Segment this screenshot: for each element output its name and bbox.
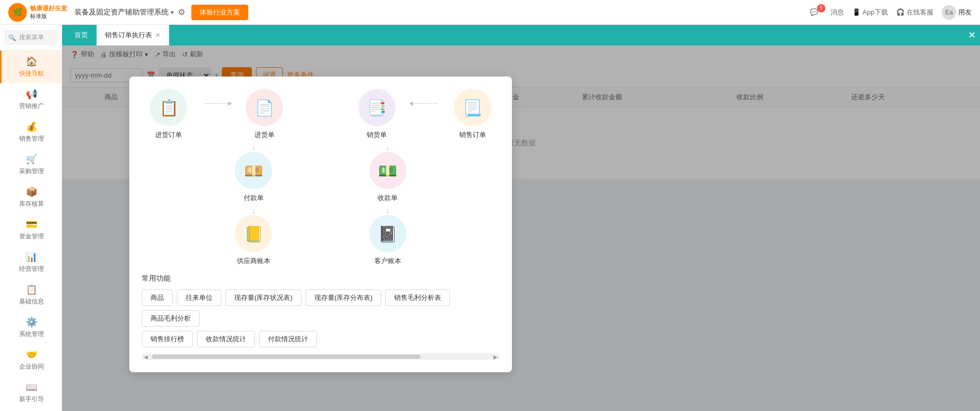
payment-icon: 💴 (244, 162, 263, 180)
settings-btn[interactable]: ⚙ (178, 7, 185, 17)
func-btn-partner[interactable]: 往来单位 (177, 290, 221, 306)
func-btn-sales-rank[interactable]: 销售排行榜 (142, 331, 193, 347)
sales-order-icon: 📃 (463, 99, 482, 117)
search-menu-btn[interactable]: 🔍 搜索菜单 (4, 30, 57, 45)
sidebar-item-inventory[interactable]: 📦 库存核算 (0, 181, 62, 214)
arrow-salesorder-to-salesbill: ◀ (412, 103, 437, 104)
sales-bill-label: 销货单 (367, 130, 387, 140)
func-btn-product[interactable]: 商品 (142, 290, 173, 306)
tab-bar: 首页 销售订单执行表 ✕ ✕ (62, 25, 980, 45)
flow-node-sales-order[interactable]: 📃 销售订单 (454, 89, 491, 140)
sidebar-item-sales[interactable]: 💰 销售管理 (0, 116, 62, 148)
flow-node-supplier-ledger[interactable]: 📒 供应商账本 (235, 215, 272, 266)
flow-node-sales-bill[interactable]: 📑 销货单 (358, 89, 396, 140)
arrow-down-purchasebill: ↓ (252, 144, 255, 152)
collab-icon: 🤝 (26, 349, 37, 360)
flow-node-payment[interactable]: 💴 付款单 (235, 152, 272, 203)
sidebar-item-basic-info[interactable]: 📋 基础信息 (0, 279, 62, 311)
guide-icon: 📖 (26, 382, 37, 393)
avatar: Ea (942, 5, 956, 20)
flow-row-3: ↓ 📒 供应商账本 ↓ (142, 207, 500, 266)
sales-bill-icon: 📑 (367, 99, 386, 117)
experience-btn[interactable]: 体验行业方案 (191, 5, 248, 20)
online-service-btn[interactable]: 🎧 在线客服 (896, 8, 933, 17)
operations-icon: 📊 (26, 251, 37, 263)
system-dropdown-btn[interactable]: ▾ (171, 9, 174, 16)
sales-bill-circle: 📑 (358, 89, 396, 126)
window-close-btn[interactable]: ✕ (968, 29, 976, 41)
sidebar-item-guide[interactable]: 📖 新手引导 (0, 376, 62, 409)
flow-row-2: ↓ 💴 付款单 ↓ (142, 144, 500, 203)
sidebar-nav: 🏠 快捷导航 📢 营销推广 💰 销售管理 🛒 采购管理 📦 库存核算 💳 (0, 51, 62, 411)
func-btn-stock-status[interactable]: 现存量(库存状况表) (225, 290, 301, 306)
flow-node-customer-ledger[interactable]: 📓 客户账本 (369, 215, 406, 266)
payment-label: 付款单 (244, 193, 264, 203)
modal-scrollbar[interactable]: ◀ ▶ (142, 354, 500, 360)
user-name: 用友 (958, 8, 972, 17)
func-buttons-row2: 销售排行榜 收款情况统计 付款情况统计 (142, 331, 500, 347)
tab-close-btn[interactable]: ✕ (155, 32, 160, 39)
content-area: 首页 销售订单执行表 ✕ ✕ ❓ 帮助 🖨 按模板打印 ▾ (62, 25, 980, 411)
top-header: 🌿 畅康通好生意 标准版 装备及固定资产辅助管理系统 ▾ ⚙ 体验行业方案 💬 … (0, 0, 980, 25)
purchase-bill-circle: 📄 (246, 89, 283, 126)
message-btn[interactable]: 💬 5 消息 (810, 8, 844, 17)
common-functions-section: 常用功能 商品 往来单位 现存量(库存状况表) 现存量(库存分布表) 销售毛利分… (142, 274, 500, 347)
purchase-order-label: 进货订单 (155, 130, 182, 140)
system-title: 装备及固定资产辅助管理系统 (74, 8, 169, 17)
func-btn-product-margin[interactable]: 商品毛利分析 (142, 310, 200, 327)
purchase-order-circle: 📋 (150, 89, 187, 126)
headset-icon: 🎧 (896, 8, 904, 16)
row2-col2: ↓ 💴 付款单 (235, 144, 272, 203)
receipt-label: 收款单 (378, 193, 398, 203)
flow-node-receipt[interactable]: 💵 收款单 (369, 152, 406, 203)
arrow-down-salesbill: ↓ (386, 144, 389, 152)
row2-col4: ↓ 💵 收款单 (369, 144, 406, 203)
customer-ledger-circle: 📓 (369, 215, 406, 252)
customer-ledger-label: 客户账本 (374, 256, 401, 266)
header-right: 💬 5 消息 📱 App下载 🎧 在线客服 Ea 用友 (810, 5, 972, 20)
row3-col4: ↓ 📓 客户账本 (369, 207, 406, 266)
payment-circle: 💴 (235, 152, 272, 189)
sidebar-item-purchase[interactable]: 🛒 采购管理 (0, 148, 62, 181)
arrow-down-payment: ↓ (252, 207, 255, 215)
sidebar-item-operations[interactable]: 📊 经营管理 (0, 246, 62, 279)
func-btn-sales-margin[interactable]: 销售毛利分析表 (385, 290, 450, 306)
func-btn-receipt-stats[interactable]: 收款情况统计 (197, 331, 255, 347)
arrow-down-receipt: ↓ (386, 207, 389, 215)
purchase-order-icon: 📋 (159, 99, 178, 117)
logo-area: 🌿 畅康通好生意 标准版 (8, 3, 70, 22)
modal-box: 📋 进货订单 ▶ 📄 (129, 77, 512, 372)
sidebar-item-marketing[interactable]: 📢 营销推广 (0, 83, 62, 116)
search-icon: 🔍 (8, 34, 16, 41)
purchase-icon: 🛒 (26, 154, 37, 165)
sidebar-item-finance[interactable]: 💳 资金管理 (0, 214, 62, 246)
sidebar-item-collab[interactable]: 🤝 企业协同 (0, 344, 62, 376)
func-btn-stock-dist[interactable]: 现存量(库存分布表) (306, 290, 382, 306)
modal-overlay: 📋 进货订单 ▶ 📄 (62, 45, 980, 411)
purchase-bill-label: 进货单 (254, 130, 275, 140)
sales-icon: 💰 (26, 121, 37, 132)
func-btn-payment-stats[interactable]: 付款情况统计 (259, 331, 317, 347)
main-layout: 🔍 搜索菜单 🏠 快捷导航 📢 营销推广 💰 销售管理 🛒 采购管理 (0, 25, 980, 411)
scroll-right-btn[interactable]: ▶ (491, 354, 500, 360)
message-badge: 5 (817, 4, 825, 12)
tab-home[interactable]: 首页 (66, 25, 97, 45)
row3-col2: ↓ 📒 供应商账本 (235, 207, 272, 266)
scroll-left-btn[interactable]: ◀ (142, 354, 150, 360)
user-area[interactable]: Ea 用友 (942, 5, 972, 20)
sidebar-item-system[interactable]: ⚙️ 系统管理 (0, 311, 62, 344)
tab-sales-order[interactable]: 销售订单执行表 ✕ (97, 25, 169, 45)
logo-text: 畅康通好生意 标准版 (30, 5, 67, 20)
customer-ledger-icon: 📓 (378, 225, 397, 243)
supplier-ledger-icon: 📒 (244, 225, 263, 243)
common-func-title: 常用功能 (142, 274, 500, 283)
flow-node-purchase-order[interactable]: 📋 进货订单 (150, 89, 187, 140)
arrow-purchase-to-purchasebill: ▶ (204, 103, 229, 104)
sidebar-item-quick-nav[interactable]: 🏠 快捷导航 (0, 51, 62, 83)
basic-info-icon: 📋 (26, 284, 37, 295)
sidebar: 🔍 搜索菜单 🏠 快捷导航 📢 营销推广 💰 销售管理 🛒 采购管理 (0, 25, 62, 411)
app-download-btn[interactable]: 📱 App下载 (852, 8, 888, 17)
scroll-thumb[interactable] (152, 355, 420, 359)
flow-node-purchase-bill[interactable]: 📄 进货单 (246, 89, 283, 140)
finance-icon: 💳 (26, 219, 37, 230)
